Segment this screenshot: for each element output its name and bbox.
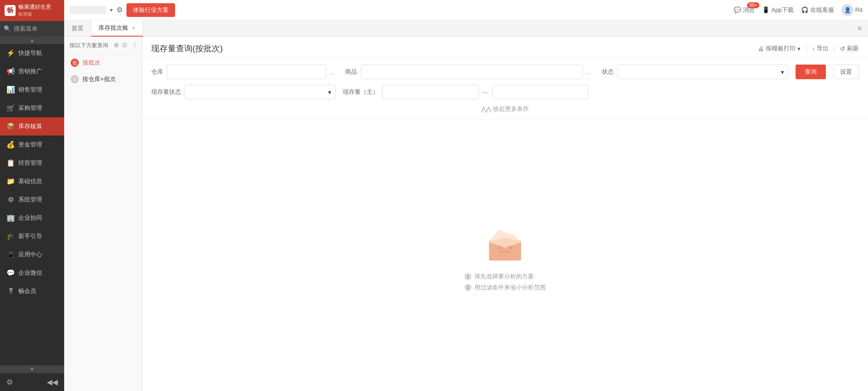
sidebar-item-inventory[interactable]: 📦 库存核算 [0,117,64,136]
tab-home[interactable]: 首页 [64,20,91,37]
status-filter-group: 状态 ▾ [602,65,788,79]
page-title: 现存量查询(按批次) [151,43,223,54]
sidebar-item-label: 应用中心 [18,250,42,259]
topbar-dropdown-icon[interactable]: ▾ [110,7,113,13]
sidebar-item-marketing[interactable]: 📢 营销推广 [0,62,64,81]
sidebar-collapse-icon[interactable]: ◀◀ [47,378,58,386]
user-avatar: 👤 [841,4,853,16]
topbar-breadcrumb [70,6,106,14]
empty-tip-1: 1 请先选择要分析的方案 [464,272,546,281]
status-select[interactable]: ▾ [617,65,788,79]
stock-amount-dash: — [479,89,492,96]
sidebar-item-purchase[interactable]: 🛒 采购管理 [0,99,64,117]
left-panel-header: 按以下方案查询 ⊕ ⊙ 《 [64,37,142,54]
sidebar-search[interactable]: 🔍 搜索菜单 [0,21,64,37]
sidebar-item-enterprise[interactable]: 🏢 企业协同 [0,209,64,227]
topbar-online-service[interactable]: 🎧 在线客服 [801,6,834,14]
stock-amount-to-input[interactable] [492,85,589,99]
scheme-wh-batch-icon: ⊙ [71,75,79,83]
stock-amount-filter-group: 现存量（主） — [343,85,588,99]
topbar-app-download[interactable]: 📱 App下载 [762,6,794,14]
messages-badge: 99+ [747,2,759,8]
tip-num-2: 2 [464,284,472,291]
shortcuts-icon: ⚡ [6,49,15,57]
topbar-user[interactable]: 👤 Rit [841,4,863,16]
main-area: ▾ ⚙ 体验行业方案 💬 消息 99+ 📱 App下载 🎧 在线客服 👤 Rit [64,0,868,391]
system-icon: ⚙ [6,196,15,204]
topbar-messages[interactable]: 💬 消息 99+ [734,6,755,14]
trial-button[interactable]: 体验行业方案 [126,3,175,17]
sidebar-item-label: 销售管理 [18,86,42,94]
add-scheme-icon[interactable]: ⊕ [114,41,119,49]
sidebar-gear-icon[interactable]: ⚙ [6,378,13,386]
svg-point-4 [509,246,512,250]
tab-close-all[interactable]: ✕ [852,20,868,37]
empty-state: 1 请先选择要分析的方案 2 用过滤条件来缩小分析范围 [142,120,868,391]
sidebar-item-wechat[interactable]: 💬 企业微信 [0,264,64,282]
sidebar-scroll-down[interactable]: ▼ [0,365,64,373]
collapse-up-icon: ⋀⋀ [481,106,491,113]
operations-icon: 📋 [6,159,15,167]
tabs-bar: 首页 库存批次账 × ✕ [64,20,868,37]
print-button[interactable]: 🖨 按模板打印 ▾ [758,44,801,53]
app-logo: 畅 [5,5,16,16]
sidebar-item-appcenter[interactable]: 📱 应用中心 [0,245,64,264]
warehouse-input[interactable] [167,65,326,79]
stock-status-select[interactable]: ▾ [185,85,335,99]
left-panel: 按以下方案查询 ⊕ ⊙ 《 批 按批次 ⊙ 按仓库+批次 [64,37,142,391]
app-download-label: App下载 [771,6,794,14]
print-label: 按模板打印 [766,44,796,53]
query-button[interactable]: 查询 [796,65,826,79]
sidebar-item-label: 营销推广 [18,67,42,76]
setting-button[interactable]: 设置 [833,65,859,79]
phone-icon: 📱 [762,6,769,13]
sidebar-search-label: 搜索菜单 [14,25,38,33]
sidebar-item-operations[interactable]: 📋 经营管理 [0,154,64,172]
tab-inventory-batch-label: 库存批次账 [99,24,128,32]
stock-amount-from-input[interactable] [382,85,479,99]
scheme-by-batch[interactable]: 批 按批次 [64,54,142,71]
sidebar-item-members[interactable]: 🎖 畅会员 [0,282,64,300]
sidebar-item-label: 资金管理 [18,141,42,149]
left-panel-title: 按以下方案查询 [70,42,108,49]
goods-label: 商品 [345,68,357,76]
finance-icon: 💰 [6,141,15,149]
sidebar-item-sales[interactable]: 📊 销售管理 [0,81,64,99]
sidebar-item-newbie[interactable]: 🎓 新手引导 [0,227,64,245]
sidebar-item-label: 畅会员 [18,287,36,295]
export-button[interactable]: ↑ 导出 [812,44,829,53]
refresh-button[interactable]: ↺ 刷新 [840,44,859,53]
sidebar-item-system[interactable]: ⚙ 系统管理 [0,190,64,209]
sidebar-item-label: 新手引导 [18,232,42,240]
collapse-panel-icon[interactable]: 《 [130,41,136,49]
stock-status-filter-group: 现存量状态 ▾ [151,85,335,99]
user-name: Rit [855,6,863,13]
warehouse-more-icon[interactable]: … [326,69,338,76]
empty-box-svg [482,219,528,265]
scheme-batch-icon: 批 [71,59,79,67]
tip-2-text: 用过滤条件来缩小分析范围 [474,283,546,292]
sidebar-header: 畅 畅康通好生意 标准版 [0,0,64,21]
scheme-by-warehouse-batch[interactable]: ⊙ 按仓库+批次 [64,71,142,87]
sidebar-item-finance[interactable]: 💰 资金管理 [0,136,64,154]
tab-inventory-batch[interactable]: 库存批次账 × [91,20,143,37]
scheme-batch-label: 按批次 [82,59,100,67]
topbar-gear-icon[interactable]: ⚙ [116,5,123,14]
sidebar-scroll-up[interactable]: ▲ [0,37,64,44]
topbar-right: 💬 消息 99+ 📱 App下载 🎧 在线客服 👤 Rit [734,4,863,16]
sidebar-footer: ⚙ ◀◀ [0,373,64,391]
goods-more-icon[interactable]: … [583,69,594,76]
sidebar-item-label: 快捷导航 [18,49,42,57]
page-header: 现存量查询(按批次) 🖨 按模板打印 ▾ ↑ 导出 ↺ 刷 [142,37,868,58]
print-dropdown-icon[interactable]: ▾ [797,45,801,52]
collapse-conditions-button[interactable]: ⋀⋀ 收起更多条件 [151,105,859,113]
wechat-icon: 💬 [6,269,15,277]
tab-close-icon[interactable]: × [132,25,135,31]
goods-input[interactable] [361,65,582,79]
topbar-left: ▾ ⚙ 体验行业方案 [70,3,730,17]
settings-scheme-icon[interactable]: ⊙ [122,41,127,49]
tip-1-text: 请先选择要分析的方案 [474,272,534,281]
sidebar-item-basic[interactable]: 📁 基础信息 [0,172,64,190]
sales-icon: 📊 [6,86,15,94]
sidebar-item-shortcuts[interactable]: ⚡ 快捷导航 [0,44,64,62]
